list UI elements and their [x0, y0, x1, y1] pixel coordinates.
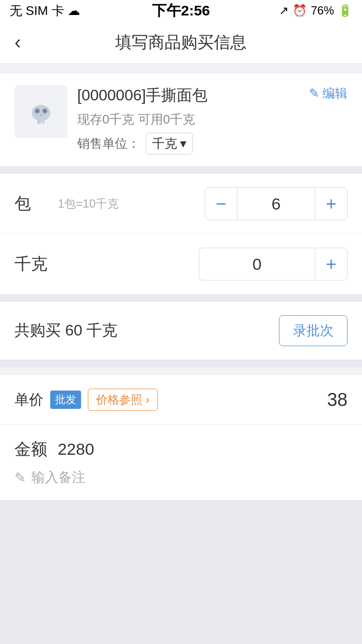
pencil-icon: ✎ — [14, 470, 26, 486]
edit-icon: ✎ — [309, 86, 320, 101]
svg-text:智计: 智计 — [37, 120, 45, 125]
unit-value: 千克 — [152, 135, 177, 152]
edit-label: 编辑 — [322, 85, 348, 102]
svg-point-3 — [36, 109, 39, 112]
status-time: 下午2:56 — [152, 1, 210, 21]
empty-area — [0, 500, 362, 644]
svg-point-4 — [43, 109, 46, 112]
qty-controls-bag: − + — [205, 187, 348, 220]
section-divider-1 — [0, 166, 362, 174]
status-right: ↗ ⏰ 76% 🔋 — [279, 4, 352, 17]
product-unit-row: 销售单位： 千克 ▾ — [77, 133, 348, 154]
price-ref-button[interactable]: 价格参照 › — [88, 389, 158, 411]
back-button[interactable]: ‹ — [14, 31, 21, 53]
qty-label-kg: 千克 — [14, 253, 53, 275]
unit-select[interactable]: 千克 ▾ — [146, 133, 193, 154]
qty-input-kg[interactable] — [199, 248, 315, 280]
summary-row: 共购买 60 千克 录批次 — [0, 302, 362, 360]
amount-row: 金额 2280 — [14, 438, 348, 461]
amount-label: 金额 — [14, 440, 47, 458]
nav-bar: ‹ 填写商品购买信息 — [0, 21, 362, 64]
amount-section: 金额 2280 ✎ 输入备注 — [0, 425, 362, 500]
product-info: [0000006]手撕面包 ✎ 编辑 现存0千克 可用0千克 销售单位： 千克 … — [77, 85, 348, 154]
edit-link[interactable]: ✎ 编辑 — [309, 85, 348, 102]
battery-text: 76% — [311, 4, 334, 17]
section-divider-2 — [0, 294, 362, 302]
svg-point-0 — [32, 105, 50, 121]
unit-label: 销售单位： — [77, 135, 140, 152]
product-stock: 现存0千克 可用0千克 — [77, 111, 348, 128]
price-label: 单价 — [14, 390, 43, 410]
note-placeholder: 输入备注 — [31, 468, 85, 487]
price-tag: 批发 — [50, 391, 81, 409]
qty-controls-kg: + — [199, 248, 348, 280]
summary-text: 共购买 60 千克 — [14, 320, 117, 341]
product-name: [0000006]手撕面包 — [77, 85, 208, 106]
qty-plus-kg[interactable]: + — [315, 248, 348, 280]
product-card: 智计 [0000006]手撕面包 ✎ 编辑 现存0千克 可用0千克 销售单位： … — [0, 73, 362, 166]
amount-note-row[interactable]: ✎ 输入备注 — [14, 468, 348, 487]
unit-chevron-icon: ▾ — [180, 136, 186, 151]
quantity-section: 包 1包=10千克 − + 千克 + — [0, 174, 362, 294]
alarm-icon: ⏰ — [292, 4, 307, 17]
page-title: 填写商品购买信息 — [115, 31, 247, 54]
product-thumbnail-icon: 智计 — [27, 97, 56, 126]
amount-value: 2280 — [57, 440, 94, 458]
qty-label-bag: 包 — [14, 193, 53, 215]
price-value: 38 — [327, 390, 348, 410]
product-image: 智计 — [14, 85, 68, 138]
status-left: 无 SIM 卡 ☁ — [10, 2, 80, 19]
status-bar: 无 SIM 卡 ☁ 下午2:56 ↗ ⏰ 76% 🔋 — [0, 0, 362, 21]
qty-input-bag[interactable] — [237, 187, 315, 220]
qty-plus-bag[interactable]: + — [315, 187, 348, 220]
qty-hint-bag: 1包=10千克 — [58, 196, 205, 211]
signal-text: 无 SIM 卡 ☁ — [10, 2, 80, 19]
section-divider-3 — [0, 360, 362, 367]
battery-icon: 🔋 — [338, 4, 352, 17]
quantity-row-kg: 千克 + — [0, 234, 362, 294]
record-batch-button[interactable]: 录批次 — [279, 315, 348, 346]
location-icon: ↗ — [279, 4, 289, 17]
quantity-row-bag: 包 1包=10千克 − + — [0, 174, 362, 234]
price-section: 单价 批发 价格参照 › 38 — [0, 375, 362, 425]
qty-minus-bag[interactable]: − — [205, 187, 237, 220]
